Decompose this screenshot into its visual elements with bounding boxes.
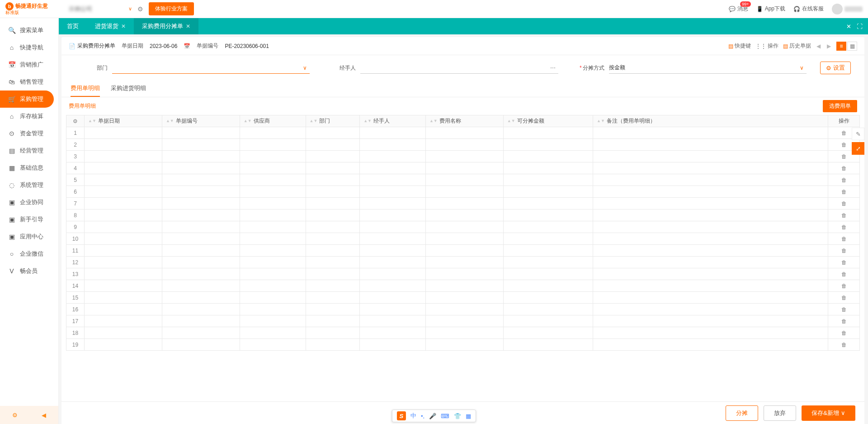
ime-grid-icon[interactable]: ▦ <box>466 413 471 419</box>
col-settings[interactable]: ⚙ <box>66 115 85 127</box>
fullscreen-icon[interactable]: ⛶ <box>857 23 863 30</box>
table-row[interactable]: 14🗑 <box>66 280 860 292</box>
industry-plan-button[interactable]: 体验行业方案 <box>149 2 194 15</box>
delete-icon[interactable]: 🗑 <box>841 165 847 172</box>
table-row[interactable]: 13🗑 <box>66 268 860 280</box>
tab-2[interactable]: 采购费用分摊单✕ <box>134 18 198 34</box>
delete-icon[interactable]: 🗑 <box>841 271 847 277</box>
ime-bar[interactable]: S 中 •, 🎤 ⌨ 👕 ▦ <box>392 410 476 422</box>
delete-icon[interactable]: 🗑 <box>841 306 847 313</box>
calendar-icon[interactable]: 📅 <box>184 43 190 49</box>
col-dept[interactable]: ▲▼部门 <box>306 115 360 127</box>
col-handler[interactable]: ▲▼经手人 <box>360 115 426 127</box>
gear-icon[interactable]: ⚙ <box>137 5 143 13</box>
ime-lang[interactable]: 中 <box>410 412 416 420</box>
next-doc-icon[interactable]: ▶ <box>826 43 832 49</box>
delete-icon[interactable]: 🗑 <box>841 259 847 266</box>
expand-float-icon[interactable]: ⤢ <box>852 142 864 155</box>
ime-keyboard-icon[interactable]: ⌨ <box>441 413 449 419</box>
tab-procure-detail[interactable]: 采购进货明细 <box>111 81 146 97</box>
online-service-button[interactable]: 🎧 在线客服 <box>793 5 824 13</box>
delete-icon[interactable]: 🗑 <box>841 342 847 348</box>
table-row[interactable]: 10🗑 <box>66 233 860 245</box>
card-view-icon[interactable]: ▦ <box>847 42 857 51</box>
delete-icon[interactable]: 🗑 <box>841 142 847 148</box>
user-menu[interactable] <box>832 4 863 14</box>
delete-icon[interactable]: 🗑 <box>841 283 847 289</box>
date-value[interactable]: 2023-06-06 <box>150 43 177 49</box>
table-row[interactable]: 15🗑 <box>66 292 860 304</box>
sidebar-item-4[interactable]: 🛒采购管理 <box>0 91 54 108</box>
delete-icon[interactable]: 🗑 <box>841 295 847 301</box>
tab-close-all-icon[interactable]: ✕ <box>846 23 851 30</box>
sidebar-item-12[interactable]: ▣应用中心 <box>0 228 58 245</box>
delete-icon[interactable]: 🗑 <box>841 200 847 207</box>
table-row[interactable]: 11🗑 <box>66 245 860 257</box>
close-icon[interactable]: ✕ <box>121 23 126 29</box>
tab-fee-detail[interactable]: 费用单明细 <box>71 81 100 97</box>
history-button[interactable]: ▤历史单据 <box>783 42 811 50</box>
ime-skin-icon[interactable]: 👕 <box>454 413 461 419</box>
sidebar-item-11[interactable]: ▣新手引导 <box>0 211 58 228</box>
select-fee-button[interactable]: 选费用单 <box>823 100 857 112</box>
sidebar-item-14[interactable]: V畅会员 <box>0 262 58 280</box>
sidebar-item-8[interactable]: ▦基础信息 <box>0 159 58 176</box>
sidebar-item-1[interactable]: ⌂快捷导航 <box>0 39 58 56</box>
allocate-button[interactable]: 分摊 <box>726 405 758 421</box>
sidebar-item-5[interactable]: ⌂库存核算 <box>0 108 58 125</box>
handler-input[interactable]: ⋯ <box>360 62 558 74</box>
col-feename[interactable]: ▲▼费用名称 <box>425 115 503 127</box>
table-row[interactable]: 16🗑 <box>66 304 860 315</box>
delete-icon[interactable]: 🗑 <box>841 330 847 336</box>
col-remark[interactable]: ▲▼备注（费用单明细） <box>593 115 828 127</box>
method-input[interactable]: 按金额 ∨ <box>609 62 807 74</box>
table-row[interactable]: 3🗑 <box>66 151 860 162</box>
col-date[interactable]: ▲▼单据日期 <box>85 115 162 127</box>
sidebar-item-10[interactable]: ▣企业协同 <box>0 194 58 211</box>
delete-icon[interactable]: 🗑 <box>841 236 847 242</box>
table-row[interactable]: 12🗑 <box>66 257 860 268</box>
table-row[interactable]: 1🗑 <box>66 127 860 139</box>
table-row[interactable]: 2🗑 <box>66 139 860 151</box>
ime-punct-icon[interactable]: •, <box>421 413 425 419</box>
settings-button[interactable]: ⚙设置 <box>820 62 851 74</box>
shortcut-button[interactable]: ▤快捷键 <box>728 42 751 50</box>
ime-mic-icon[interactable]: 🎤 <box>429 413 436 419</box>
sidebar-item-13[interactable]: ○企业微信 <box>0 245 58 262</box>
collapse-icon[interactable]: ◀ <box>42 412 46 419</box>
sidebar-item-2[interactable]: 📅营销推广 <box>0 56 58 73</box>
discard-button[interactable]: 放弃 <box>764 405 796 421</box>
messages-button[interactable]: 💬 消息 99+ <box>729 5 748 13</box>
delete-icon[interactable]: 🗑 <box>841 248 847 254</box>
delete-icon[interactable]: 🗑 <box>841 177 847 183</box>
delete-icon[interactable]: 🗑 <box>841 212 847 219</box>
tab-0[interactable]: 首页 <box>59 18 87 34</box>
col-no[interactable]: ▲▼单据编号 <box>162 115 240 127</box>
settings-icon[interactable]: ⚙ <box>12 412 18 419</box>
sidebar-item-3[interactable]: 🛍销售管理 <box>0 73 58 91</box>
org-select[interactable]: 示例公司 <box>69 5 92 13</box>
list-view-icon[interactable]: ≡ <box>836 42 846 51</box>
table-row[interactable]: 18🗑 <box>66 327 860 339</box>
table-row[interactable]: 5🗑 <box>66 174 860 186</box>
delete-icon[interactable]: 🗑 <box>841 224 847 230</box>
save-add-button[interactable]: 保存&新增∨ <box>802 405 855 421</box>
table-row[interactable]: 7🗑 <box>66 198 860 210</box>
sidebar-item-7[interactable]: ▤经营管理 <box>0 142 58 159</box>
col-allocatable[interactable]: ▲▼可分摊金额 <box>503 115 593 127</box>
table-row[interactable]: 4🗑 <box>66 162 860 174</box>
delete-icon[interactable]: 🗑 <box>841 153 847 160</box>
sidebar-item-6[interactable]: ⊙资金管理 <box>0 125 58 142</box>
table-row[interactable]: 19🗑 <box>66 339 860 351</box>
app-download-button[interactable]: 📱 App下载 <box>756 5 785 13</box>
delete-icon[interactable]: 🗑 <box>841 189 847 195</box>
table-row[interactable]: 9🗑 <box>66 221 860 233</box>
dept-input[interactable]: ∨ <box>112 62 310 74</box>
table-row[interactable]: 17🗑 <box>66 315 860 327</box>
col-supplier[interactable]: ▲▼供应商 <box>240 115 306 127</box>
delete-icon[interactable]: 🗑 <box>841 318 847 324</box>
prev-doc-icon[interactable]: ◀ <box>816 43 821 49</box>
edit-float-icon[interactable]: ✎ <box>852 128 864 140</box>
table-row[interactable]: 6🗑 <box>66 186 860 198</box>
table-row[interactable]: 8🗑 <box>66 210 860 221</box>
